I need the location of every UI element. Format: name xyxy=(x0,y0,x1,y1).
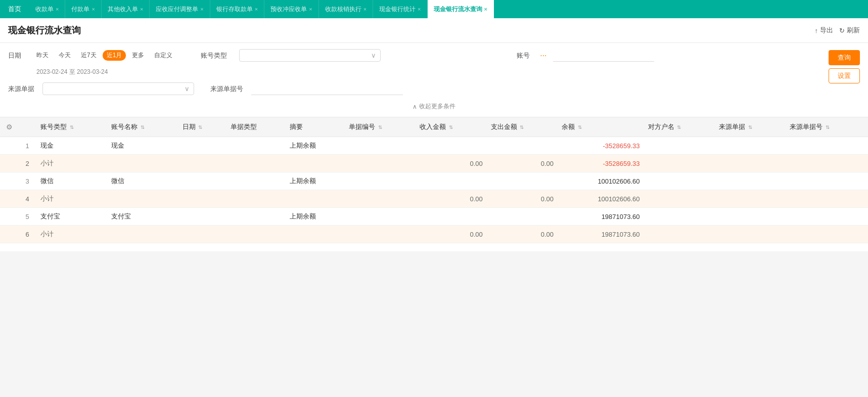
cell-counterpart xyxy=(644,208,715,226)
date-opt-7days[interactable]: 近7天 xyxy=(77,50,101,61)
date-opt-yesterday[interactable]: 昨天 xyxy=(32,50,53,61)
date-range-display: 2023-02-24 至 2023-03-24 xyxy=(36,68,108,76)
sort-icon: ⇅ xyxy=(141,124,145,130)
sort-icon: ⇅ xyxy=(578,124,582,130)
column-doc-type[interactable]: 单据类型 xyxy=(226,117,286,137)
cell-summary xyxy=(286,190,345,208)
nav-tab-label: 应收应付调整单 xyxy=(156,5,198,14)
table-header-row: ⚙ 账号类型 ⇅ 账号名称 ⇅ 日期 ⇅ 单据类型 xyxy=(0,117,868,137)
column-balance[interactable]: 余额 ⇅ xyxy=(558,117,644,137)
close-icon[interactable]: × xyxy=(92,6,95,12)
nav-tab-付款单[interactable]: 付款单 × xyxy=(65,0,101,18)
nav-home[interactable]: 首页 xyxy=(0,0,29,18)
cell-doc-no xyxy=(345,155,416,172)
close-icon[interactable]: × xyxy=(255,6,258,12)
column-label: 支出金额 xyxy=(491,123,517,130)
column-income[interactable]: 收入金额 ⇅ xyxy=(416,117,486,137)
column-label: 来源单据 xyxy=(719,123,745,130)
column-source-doc[interactable]: 来源单据 ⇅ xyxy=(715,117,786,137)
date-filter-row: 日期 昨天 今天 近7天 近1月 更多 自定义 账号类型 ∨ xyxy=(8,49,820,62)
cell-counterpart xyxy=(644,137,715,155)
page-title: 现金银行流水查询 xyxy=(8,24,81,42)
refresh-label: 刷新 xyxy=(847,26,860,35)
cell-date xyxy=(178,137,227,155)
nav-tab-现金银行流水查询[interactable]: 现金银行流水查询 × xyxy=(428,0,494,18)
nav-tab-label: 银行存取款单 xyxy=(216,5,253,14)
column-num xyxy=(18,117,36,137)
cell-account-name: 微信 xyxy=(107,172,178,190)
column-account-type[interactable]: 账号类型 ⇅ xyxy=(36,117,107,137)
close-icon[interactable]: × xyxy=(200,6,203,12)
query-button[interactable]: 查询 xyxy=(829,50,860,65)
nav-tab-现金银行统计[interactable]: 现金银行统计 × xyxy=(373,0,427,18)
cell-balance: -3528659.33 xyxy=(558,155,644,172)
account-input[interactable] xyxy=(553,50,654,62)
cell-account-type: 小计 xyxy=(36,226,107,243)
column-expense[interactable]: 支出金额 ⇅ xyxy=(487,117,558,137)
cell-source-doc-no xyxy=(786,155,868,172)
source-doc-no-input[interactable] xyxy=(251,83,403,95)
source-doc-select[interactable]: ∨ xyxy=(42,82,194,95)
settings-button[interactable]: 设置 xyxy=(829,68,860,83)
source-doc-label: 来源单据 xyxy=(8,84,34,94)
cell-source-doc xyxy=(715,155,786,172)
cell-summary: 上期余额 xyxy=(286,208,345,226)
collapse-bar[interactable]: ∧ 收起更多条件 xyxy=(8,102,860,111)
column-account-name[interactable]: 账号名称 ⇅ xyxy=(107,117,178,137)
cell-num: 6 xyxy=(18,226,36,243)
column-source-doc-no[interactable]: 来源单据号 ⇅ xyxy=(786,117,868,137)
close-icon[interactable]: × xyxy=(140,6,143,12)
close-icon[interactable]: × xyxy=(363,6,367,12)
date-opt-today[interactable]: 今天 xyxy=(55,50,75,61)
cell-num: 4 xyxy=(18,190,36,208)
date-opt-1month[interactable]: 近1月 xyxy=(103,50,126,61)
account-type-select[interactable]: ∨ xyxy=(239,49,381,62)
cell-date xyxy=(178,226,227,243)
close-icon[interactable]: × xyxy=(418,6,421,12)
nav-tab-银行存取款单[interactable]: 银行存取款单 × xyxy=(210,0,264,18)
date-opt-more[interactable]: 更多 xyxy=(128,50,148,61)
nav-tab-收款核销执行[interactable]: 收款核销执行 × xyxy=(319,0,373,18)
cell-doc-type xyxy=(226,155,286,172)
export-button[interactable]: ↑ 导出 xyxy=(815,26,834,35)
close-icon[interactable]: × xyxy=(56,6,59,12)
sort-icon: ⇅ xyxy=(198,124,202,130)
cell-counterpart xyxy=(644,155,715,172)
table-row: 4 小计 0.00 0.00 100102606.60 xyxy=(0,190,868,208)
column-label: 来源单据号 xyxy=(790,123,823,130)
date-opt-custom[interactable]: 自定义 xyxy=(150,50,176,61)
cell-expense xyxy=(487,208,558,226)
date-options: 昨天 今天 近7天 近1月 更多 自定义 xyxy=(32,50,176,61)
column-counterpart[interactable]: 对方户名 ⇅ xyxy=(644,117,715,137)
refresh-button[interactable]: ↻ 刷新 xyxy=(839,26,860,35)
nav-tab-收款单[interactable]: 收款单 × xyxy=(29,0,65,18)
cell-counterpart xyxy=(644,190,715,208)
gear-icon[interactable]: ⚙ xyxy=(6,123,13,131)
column-label: 摘要 xyxy=(290,123,303,130)
cell-doc-type xyxy=(226,137,286,155)
cell-balance: 100102606.60 xyxy=(558,190,644,208)
close-icon[interactable]: × xyxy=(309,6,312,12)
cell-gear xyxy=(0,190,18,208)
cell-account-name: 现金 xyxy=(107,137,178,155)
column-doc-no[interactable]: 单据编号 ⇅ xyxy=(345,117,416,137)
close-icon[interactable]: × xyxy=(484,6,487,12)
nav-tab-应收应付调整单[interactable]: 应收应付调整单 × xyxy=(150,0,210,18)
cell-date xyxy=(178,208,227,226)
cell-account-type: 微信 xyxy=(36,172,107,190)
cell-source-doc-no xyxy=(786,208,868,226)
column-label: 账号名称 xyxy=(111,123,138,130)
cell-balance: 19871073.60 xyxy=(558,208,644,226)
column-summary[interactable]: 摘要 xyxy=(286,117,345,137)
nav-tab-预收冲应收单[interactable]: 预收冲应收单 × xyxy=(264,0,318,18)
header-actions: ↑ 导出 ↻ 刷新 xyxy=(815,26,860,41)
column-date[interactable]: 日期 ⇅ xyxy=(178,117,227,137)
table-row: 6 小计 0.00 0.00 19871073.60 xyxy=(0,226,868,243)
cell-account-type: 小计 xyxy=(36,190,107,208)
ellipsis-button[interactable]: ··· xyxy=(540,51,546,60)
nav-tab-其他收入单[interactable]: 其他收入单 × xyxy=(102,0,150,18)
cell-account-type: 现金 xyxy=(36,137,107,155)
cell-balance: 19871073.60 xyxy=(558,226,644,243)
table-container: ⚙ 账号类型 ⇅ 账号名称 ⇅ 日期 ⇅ 单据类型 xyxy=(0,117,868,251)
cell-summary: 上期余额 xyxy=(286,172,345,190)
